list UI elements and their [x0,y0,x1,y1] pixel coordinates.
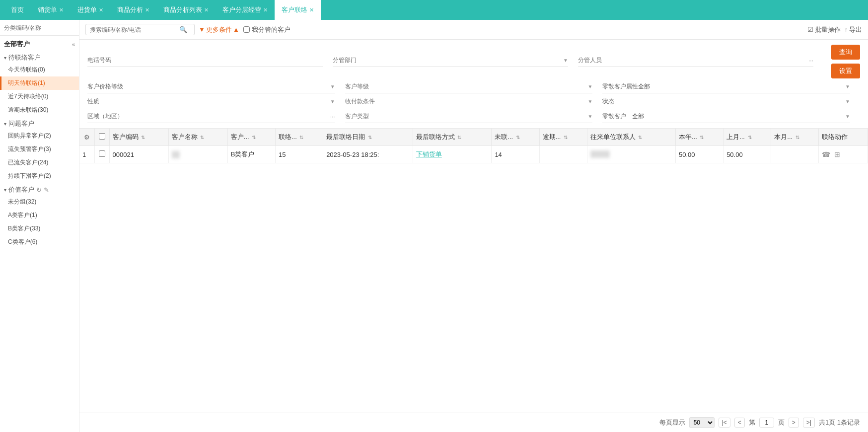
sidebar-item-tomorrow-pending[interactable]: 明天待联络(1) [0,76,79,90]
status-dropdown-icon[interactable]: ▼ [845,99,850,104]
my-customers-checkbox[interactable]: 我分管的客户 [243,25,290,34]
sort-last-method-icon[interactable]: ⇅ [457,135,461,140]
filter-row-1: 电话号码 分管部门 ▼ 分管人员 ··· 查询 设置 [87,45,860,78]
nature-dropdown-icon[interactable]: ▼ [330,99,335,104]
dept-dropdown-icon[interactable]: ▼ [563,58,568,63]
filter-retail-attr: 零散客户属性 全部 ▼ [602,82,850,93]
action-menu-icon[interactable]: ⊞ [834,150,840,158]
retail-attr-dropdown-icon[interactable]: ▼ [845,84,850,89]
sort-this-month-icon[interactable]: ⇅ [796,135,799,140]
row-last-date: 2023-05-23 18:25: [323,146,413,163]
sidebar-item-c-class[interactable]: C类客户(6) [0,235,79,249]
sort-type-icon[interactable]: ⇅ [252,135,256,140]
value-group-refresh-icon[interactable]: ↻ [36,186,42,194]
next-page-btn[interactable]: > [789,418,799,428]
table-header-overdue: 逾期... ⇅ [539,129,587,146]
my-customers-check[interactable] [243,26,250,33]
page-number-input[interactable] [759,418,774,428]
sidebar-item-churned[interactable]: 已流失客户(24) [0,156,79,169]
customer-table: ⚙ 客户编码 ⇅ 客户名称 ⇅ [79,129,868,163]
table-header-action: 联络动作 [819,129,868,146]
price-level-dropdown-icon[interactable]: ▼ [330,84,335,89]
nav-close-purchase[interactable]: ✕ [99,7,103,13]
nav-customer-contact[interactable]: 客户联络 ✕ [275,0,321,20]
first-page-btn[interactable]: |< [719,418,730,428]
sort-overdue-icon[interactable]: ⇅ [564,135,568,140]
sort-uncontacted-icon[interactable]: ⇅ [516,135,520,140]
sidebar-item-a-class[interactable]: A类客户(1) [0,209,79,222]
customer-level-dropdown-icon[interactable]: ▼ [587,84,592,89]
nav-close-product-analysis-list[interactable]: ✕ [204,7,209,13]
region-dots-icon[interactable]: ··· [330,113,335,120]
table-settings-icon[interactable]: ⚙ [84,134,90,141]
last-page-btn[interactable]: >| [803,418,815,428]
collapse-icon[interactable]: « [72,41,75,47]
filter-row-2: 客户价格等级 ▼ 客户等级 ▼ 零散客户属性 全部 ▼ [87,82,860,93]
nav-product-analysis[interactable]: 商品分析 ✕ [110,0,156,20]
nav-customer-tier[interactable]: 客户分层经营 ✕ [216,0,275,20]
row-last-month: 50.00 [723,146,771,163]
filter-manager: 分管人员 ··· [578,56,813,67]
filter-search-icon[interactable]: 🔍 [179,26,187,33]
sidebar-search-input[interactable] [4,24,78,31]
filter-retail-customer: 零散客户 全部 ▼ [602,112,850,123]
table-header-this-month: 本月... ⇅ [771,129,819,146]
nav-close-product-analysis[interactable]: ✕ [145,7,149,13]
nav-product-analysis-list[interactable]: 商品分析列表 ✕ [156,0,216,20]
nav-purchase-order[interactable]: 进货单 ✕ [71,0,110,20]
nav-close-sales[interactable]: ✕ [59,7,64,13]
nav-home[interactable]: 首页 [4,0,31,20]
action-phone-icon[interactable]: ☎ [822,150,830,158]
sidebar-item-ungrouped[interactable]: 未分组(32) [0,195,79,209]
filter-search-input[interactable] [90,26,179,33]
table-header-checkbox [94,129,109,146]
batch-checkbox-icon: ☑ [807,26,813,33]
nav-close-customer-contact[interactable]: ✕ [309,7,314,13]
sort-contact-person-icon[interactable]: ⇅ [638,135,642,140]
sort-this-year-icon[interactable]: ⇅ [700,135,704,140]
retail-customer-dropdown-icon[interactable]: ▼ [845,114,850,119]
row-uncontacted: 14 [492,146,539,163]
sort-last-date-icon[interactable]: ⇅ [368,135,372,140]
sort-contact-count-icon[interactable]: ⇅ [299,135,303,140]
filter-row-4: 区域（地区） ··· 客户类型 ▼ 零散客户 全部 ▼ [87,112,860,123]
prev-page-btn[interactable]: < [734,418,745,428]
sidebar-item-abnormal-repurchase[interactable]: 回购异常客户(2) [0,129,79,143]
customer-type-dropdown-icon[interactable]: ▼ [587,114,592,119]
nav-sales-order[interactable]: 销货单 ✕ [31,0,71,20]
sort-code-icon[interactable]: ⇅ [141,135,145,140]
manager-dots-icon[interactable]: ··· [808,57,813,64]
sidebar-item-7days-pending[interactable]: 近7天待联络(0) [0,90,79,103]
value-group-edit-icon[interactable]: ✎ [44,186,49,194]
payment-dropdown-icon[interactable]: ▼ [587,99,592,104]
page-size-select[interactable]: 50 100 200 [689,417,715,428]
sort-last-month-icon[interactable]: ⇅ [748,135,752,140]
row-type: B类客户 [227,146,275,163]
table-select-all[interactable] [99,133,105,140]
sidebar-item-b-class[interactable]: B类客户(33) [0,222,79,235]
sidebar-item-overdue-pending[interactable]: 逾期未联络(30) [0,103,79,117]
set-button[interactable]: 设置 [831,64,860,78]
filter-search-box: 🔍 [85,24,195,35]
last-method-link[interactable]: 下销货单 [416,150,442,158]
query-set-buttons: 查询 设置 [831,45,860,78]
sidebar-item-declining[interactable]: 持续下滑客户(2) [0,169,79,183]
batch-operation-btn[interactable]: ☑ 批量操作 [807,25,841,34]
export-btn[interactable]: ↑ 导出 [845,25,863,34]
sidebar-item-churn-warning[interactable]: 流失预警客户(3) [0,143,79,156]
table-header-last-month: 上月... ⇅ [723,129,771,146]
query-button[interactable]: 查询 [831,45,860,60]
sidebar-search-bar: 🔍 [0,20,79,36]
table-header-contact-count: 联络... ⇅ [275,129,323,146]
all-customers-header: 全部客户 « [0,36,79,51]
export-icon: ↑ [845,26,848,33]
row-checkbox[interactable] [99,150,105,157]
filter-customer-level: 客户等级 ▼ [345,82,593,93]
problem-customers-group: 问题客户 [0,117,79,129]
filter-payment: 收付款条件 ▼ [345,97,593,108]
sidebar-item-today-pending[interactable]: 今天待联络(0) [0,63,79,76]
nav-close-customer-tier[interactable]: ✕ [263,7,268,13]
more-conditions-btn[interactable]: ▼ 更多条件 ▲ [199,25,239,34]
content-area: 🔍 ▼ 更多条件 ▲ 我分管的客户 ☑ 批量操作 ↑ 导出 [79,20,868,432]
sort-name-icon[interactable]: ⇅ [200,135,204,140]
